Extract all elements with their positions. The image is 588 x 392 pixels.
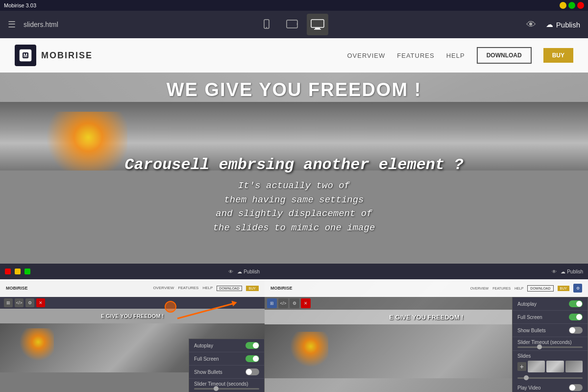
slider-timeout-track[interactable]: [194, 388, 259, 390]
svg-point-1: [266, 27, 267, 28]
nav-buy[interactable]: BUY: [543, 48, 573, 63]
br-logo: MOBIRISE: [270, 286, 293, 291]
tablet-device-button[interactable]: [281, 14, 303, 35]
r-fullscreen-label: Full Screen: [517, 315, 542, 320]
bottom-overlay: 👁 ☁ Publish MOBIRISE OVERVIEW FEATURES H…: [0, 264, 588, 392]
mini-publish-button[interactable]: ☁ Publish: [237, 269, 260, 274]
mini-preview-icon[interactable]: 👁: [228, 269, 233, 274]
mini-edit-icon-btn[interactable]: ⊞: [4, 298, 13, 307]
r-slider-timeout-track[interactable]: [517, 346, 583, 348]
main-toolbar: ☰ sliders.html 👁 ☁ Publish: [0, 11, 588, 38]
r-slides-thumbnails: +: [517, 361, 583, 372]
br-features: FEATURES: [492, 287, 511, 290]
mini-site-nav: MOBIRISE OVERVIEW FEATURES HELP DOWNLOAD…: [0, 279, 265, 297]
mini-gear-btn[interactable]: ⚙: [25, 298, 34, 307]
mini-code-btn[interactable]: </>: [15, 298, 24, 307]
autoplay-toggle[interactable]: [245, 342, 259, 349]
nav-overview[interactable]: OVERVIEW: [347, 52, 385, 59]
r-show-bullets-row: Show Bullets: [513, 324, 588, 337]
br-nav-links: OVERVIEW FEATURES HELP DOWNLOAD BUY ⚙: [470, 284, 582, 293]
mini-nav-buy: BUY: [246, 286, 259, 291]
mini-nav-download: DOWNLOAD: [217, 286, 242, 291]
slider-timeout-label: Slider Timeout (seconds): [194, 381, 259, 387]
app-title: Mobirise 3.03: [4, 2, 36, 8]
r-show-bullets-toggle[interactable]: [569, 327, 583, 334]
r-slide-thumb-3[interactable]: [565, 361, 583, 372]
mini-nav-links: OVERVIEW FEATURES HELP DOWNLOAD BUY: [153, 286, 259, 291]
main-content: M MOBIRISE OVERVIEW FEATURES HELP DOWNLO…: [0, 38, 588, 392]
slider-timeout-thumb[interactable]: [214, 386, 219, 391]
br-code-btn[interactable]: </>: [278, 298, 288, 308]
show-bullets-toggle[interactable]: [245, 368, 259, 375]
mini-hero-title: E GIVE YOU FREEDOM !: [101, 313, 164, 319]
br-settings-icon[interactable]: ⚙: [573, 284, 582, 293]
nav-download[interactable]: DOWNLOAD: [477, 47, 532, 64]
maximize-button[interactable]: [568, 2, 575, 9]
r-slides-section: Slides +: [513, 351, 588, 375]
mini-max-btn[interactable]: [24, 269, 30, 274]
fullscreen-row: Full Screen: [189, 352, 264, 366]
show-bullets-row: Show Bullets: [189, 366, 264, 379]
site-logo-icon: M: [15, 45, 36, 66]
bottom-right-preview: 👁 ☁ Publish MOBIRISE OVERVIEW FEATURES H…: [265, 264, 588, 392]
r-slides-scroll-track[interactable]: [517, 377, 583, 379]
mobile-device-button[interactable]: [256, 14, 277, 35]
close-button[interactable]: [577, 2, 584, 9]
desktop-device-button[interactable]: [307, 14, 328, 35]
br-publish-label: Publish: [567, 269, 583, 274]
r-autoplay-toggle[interactable]: [569, 300, 583, 307]
svg-text:M: M: [24, 53, 27, 58]
br-download: DOWNLOAD: [527, 285, 553, 292]
mini-toolbar-right: 👁 ☁ Publish: [228, 269, 260, 274]
r-play-video-row: Play Video: [513, 381, 588, 392]
device-switcher: [256, 14, 328, 35]
r-slides-scroll-thumb[interactable]: [524, 375, 529, 380]
r-play-video-toggle[interactable]: [569, 384, 583, 391]
minimize-button[interactable]: [560, 2, 566, 9]
r-show-bullets-label: Show Bullets: [517, 328, 546, 333]
nav-features[interactable]: FEATURES: [397, 52, 434, 59]
menu-icon[interactable]: ☰: [8, 19, 16, 30]
title-bar: Mobirise 3.03: [0, 0, 588, 11]
autoplay-label: Autoplay: [194, 343, 213, 348]
show-bullets-label: Show Bullets: [194, 369, 222, 375]
mini-sparkle-glow: [15, 328, 54, 363]
svg-rect-5: [315, 28, 320, 29]
mini-min-btn[interactable]: [15, 269, 21, 274]
fullscreen-toggle[interactable]: [245, 355, 259, 362]
r-slider-timeout-thumb[interactable]: [537, 344, 542, 349]
window-controls[interactable]: [560, 2, 584, 9]
r-slide-thumb-2[interactable]: [546, 361, 564, 372]
br-hero-title: E GIVE YOU FREEDOM !: [389, 314, 463, 321]
br-overview: OVERVIEW: [470, 287, 489, 290]
publish-button[interactable]: ☁ Publish: [546, 20, 580, 29]
site-logo: M MOBIRISE: [15, 45, 93, 66]
br-publish-btn[interactable]: ☁ Publish: [561, 269, 583, 274]
r-fullscreen-toggle[interactable]: [569, 314, 583, 320]
toolbar-right: 👁 ☁ Publish: [526, 19, 580, 30]
orange-indicator-dot: [165, 301, 176, 313]
mini-close-block-btn[interactable]: ✕: [36, 298, 45, 307]
bottom-right-site-nav: MOBIRISE OVERVIEW FEATURES HELP DOWNLOAD…: [265, 279, 588, 297]
br-close-btn[interactable]: ✕: [301, 298, 311, 308]
hero-title: WE GIVE YOU FREEDOM !: [0, 79, 588, 100]
r-add-slide-button[interactable]: +: [517, 362, 526, 371]
mini-hero: E GIVE YOU FREEDOM !: [0, 309, 265, 323]
mini-toolbar-controls: [5, 269, 30, 274]
br-help: HELP: [514, 287, 523, 290]
r-slide-thumb-1[interactable]: [528, 361, 545, 372]
site-nav: M MOBIRISE OVERVIEW FEATURES HELP DOWNLO…: [0, 38, 588, 73]
br-preview-icon[interactable]: 👁: [552, 269, 557, 274]
nav-help[interactable]: HELP: [446, 52, 465, 59]
right-settings-panel: Autoplay Full Screen Show Bullets Slider…: [512, 297, 588, 392]
mini-close-btn[interactable]: [5, 269, 11, 274]
br-edit-btn[interactable]: ⊞: [267, 298, 277, 308]
mini-toolbar: 👁 ☁ Publish: [0, 264, 265, 279]
preview-icon[interactable]: 👁: [526, 19, 536, 30]
toolbar-left: ☰ sliders.html: [8, 19, 58, 30]
br-gear-btn[interactable]: ⚙: [290, 298, 299, 308]
fullscreen-label: Full Screen: [194, 356, 219, 362]
r-slider-timeout-label: Slider Timeout (seconds): [517, 340, 583, 345]
mini-cloud-icon: ☁: [237, 269, 242, 274]
settings-panel: Autoplay Full Screen Show Bullets Slider…: [189, 339, 265, 392]
